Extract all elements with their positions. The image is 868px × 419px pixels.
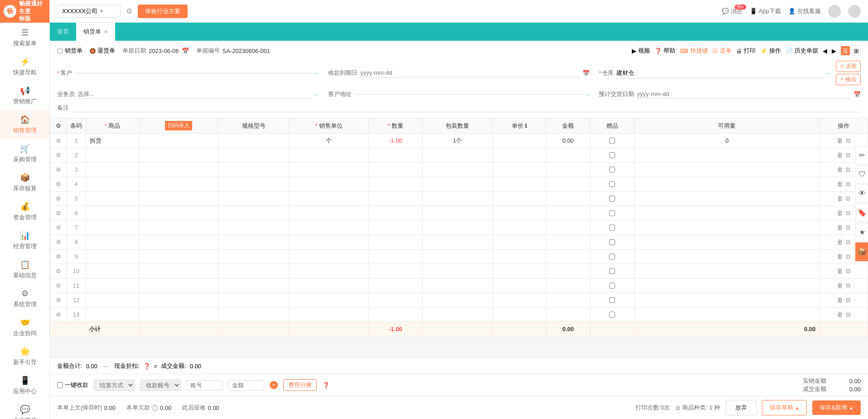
action-shortcut[interactable]: ⌨ 快捷键 — [680, 47, 708, 55]
sidebar-item-inventory[interactable]: 📦 库存核算 — [0, 168, 49, 197]
gift-checkbox[interactable] — [609, 181, 615, 187]
user-avatar2[interactable] — [848, 5, 861, 18]
copy-row-btn[interactable]: ⧉ — [846, 166, 850, 173]
one-click-checkbox[interactable] — [57, 382, 63, 388]
row-setting-icon[interactable]: ⚙ — [56, 239, 61, 246]
cell-price[interactable] — [493, 221, 546, 235]
one-click-payment[interactable]: 一键收款 — [57, 381, 88, 389]
cell-qty[interactable] — [369, 148, 422, 163]
delete-row-btn[interactable]: 🗑 — [837, 253, 843, 260]
gift-checkbox[interactable] — [609, 312, 615, 318]
save-draft-button[interactable]: 保存草稿 ▲ — [762, 400, 807, 415]
copy-row-btn[interactable]: ⧉ — [846, 253, 850, 260]
copy-row-btn[interactable]: ⧉ — [846, 311, 850, 318]
radio-return[interactable]: 退货单 — [90, 47, 115, 55]
gift-checkbox[interactable] — [609, 254, 615, 260]
gift-checkbox[interactable] — [609, 152, 615, 158]
gift-checkbox[interactable] — [609, 297, 615, 303]
rfloat-shield[interactable]: 🛡 — [855, 165, 868, 183]
radio-return-input[interactable] — [90, 48, 96, 54]
gift-checkbox[interactable] — [609, 138, 615, 144]
action-video[interactable]: ▶ 视频 — [632, 47, 650, 55]
copy-row-btn[interactable]: ⧉ — [846, 282, 850, 289]
delete-row-btn[interactable]: 🗑 — [837, 224, 843, 231]
account-input[interactable] — [186, 380, 223, 390]
copy-row-btn[interactable]: ⧉ — [846, 195, 850, 202]
customer-dots[interactable]: ··· — [314, 70, 319, 77]
topbar-app-download[interactable]: 📱 App下载 — [750, 7, 781, 15]
sidebar-item-guide[interactable]: 🌟 新手引导 — [0, 342, 49, 371]
cell-qty[interactable] — [369, 308, 422, 322]
cell-qty[interactable] — [369, 177, 422, 192]
sidebar-item-search[interactable]: ☰ 搜索菜单 — [0, 23, 49, 52]
cell-price[interactable] — [493, 279, 546, 293]
delete-row-btn[interactable]: 🗑 — [837, 209, 843, 217]
action-prev[interactable]: ◀ — [823, 48, 827, 54]
row-setting-icon[interactable]: ⚙ — [56, 297, 61, 303]
copy-row-btn[interactable]: ⧉ — [846, 238, 850, 246]
total-debt-help-icon[interactable]: ? — [152, 405, 158, 411]
delete-row-btn[interactable]: 🗑 — [837, 195, 843, 202]
customer-addr-dots[interactable]: ··· — [585, 91, 590, 98]
add-payment-button[interactable]: + — [270, 381, 278, 389]
row-setting-icon[interactable]: ⚙ — [56, 210, 61, 217]
cell-qty[interactable] — [369, 250, 422, 264]
cell-qty[interactable]: -1.00 — [369, 134, 422, 148]
copy-row-btn[interactable]: ⧉ — [846, 296, 850, 304]
expense-split-button[interactable]: 费用分摊 — [283, 379, 317, 391]
delete-row-btn[interactable]: 🗑 — [837, 137, 843, 144]
delete-row-btn[interactable]: 🗑 — [837, 311, 843, 318]
row-setting-icon[interactable]: ⚙ — [56, 282, 61, 289]
gift-checkbox[interactable] — [609, 268, 615, 274]
sidebar-item-appstore[interactable]: 📱 应用中心 — [0, 371, 49, 400]
date-calendar-icon[interactable]: 📅 — [182, 48, 189, 54]
abandon-button[interactable]: 放弃 — [726, 400, 756, 415]
sidebar-item-sales[interactable]: 🏠 销售管理 — [0, 110, 49, 139]
delete-row-btn[interactable]: 🗑 — [837, 180, 843, 188]
rfloat-orange[interactable]: 📦 — [855, 242, 868, 261]
gift-checkbox[interactable] — [609, 239, 615, 245]
sidebar-item-finance[interactable]: 💰 资金管理 — [0, 197, 49, 226]
delete-row-btn[interactable]: 🗑 — [837, 296, 843, 304]
settings-button[interactable]: ⊙ 设置 — [836, 61, 861, 72]
view-grid-icon[interactable]: ⊞ — [852, 46, 861, 55]
row-setting-icon[interactable]: ⚙ — [56, 253, 61, 260]
action-select[interactable]: ☑ 选单 — [713, 47, 732, 55]
user-avatar[interactable] — [828, 5, 841, 18]
delete-row-btn[interactable]: 🗑 — [837, 151, 843, 159]
delete-row-btn[interactable]: 🗑 — [837, 166, 843, 173]
radio-sales-input[interactable] — [57, 48, 63, 54]
gift-checkbox[interactable] — [609, 167, 615, 173]
sidebar-item-quick-nav[interactable]: ⚡ 快捷导航 — [0, 52, 49, 81]
payment-help-icon[interactable]: ❓ — [322, 382, 330, 389]
cell-price[interactable] — [493, 250, 546, 264]
sidebar-item-system[interactable]: ⚙ 系统管理 — [0, 284, 49, 313]
row-setting-icon[interactable]: ⚙ — [56, 181, 61, 188]
tab-close-icon[interactable]: ✕ — [104, 29, 108, 35]
copy-row-btn[interactable]: ⧉ — [846, 151, 850, 159]
expected-date-input[interactable] — [637, 90, 852, 99]
sidebar-item-operation[interactable]: 📊 经营管理 — [0, 226, 49, 255]
rfloat-star[interactable]: ★ — [855, 223, 868, 241]
account-select[interactable]: 收款账号 — [140, 380, 181, 391]
topbar-online-service[interactable]: 👤 在线客服 — [788, 7, 821, 15]
cell-qty[interactable] — [369, 293, 422, 308]
action-next[interactable]: ▶ — [832, 48, 836, 54]
cell-qty[interactable] — [369, 192, 422, 206]
action-ops[interactable]: ⚡ 操作 — [760, 47, 781, 55]
tab-home[interactable]: 首页 — [50, 23, 76, 41]
payment-method-select[interactable]: 结算方式 — [94, 380, 135, 391]
view-list-icon[interactable]: ☰ — [841, 46, 850, 55]
warehouse-dots[interactable]: ··· — [825, 70, 830, 77]
radio-sales[interactable]: 销货单 — [57, 47, 82, 55]
logistics-button[interactable]: + 物流 — [836, 74, 861, 85]
delete-row-btn[interactable]: 🗑 — [837, 238, 843, 246]
gift-checkbox[interactable] — [609, 225, 615, 231]
cell-price[interactable] — [493, 235, 546, 250]
rfloat-edit[interactable]: ✏ — [855, 146, 868, 164]
tab-sales-order[interactable]: 销货单 ✕ — [76, 23, 115, 41]
cell-price[interactable] — [493, 177, 546, 192]
cell-price[interactable] — [493, 163, 546, 177]
row-setting-icon[interactable]: ⚙ — [56, 152, 61, 159]
sidebar-item-enterprise[interactable]: 🤝 企业协同 — [0, 313, 49, 342]
